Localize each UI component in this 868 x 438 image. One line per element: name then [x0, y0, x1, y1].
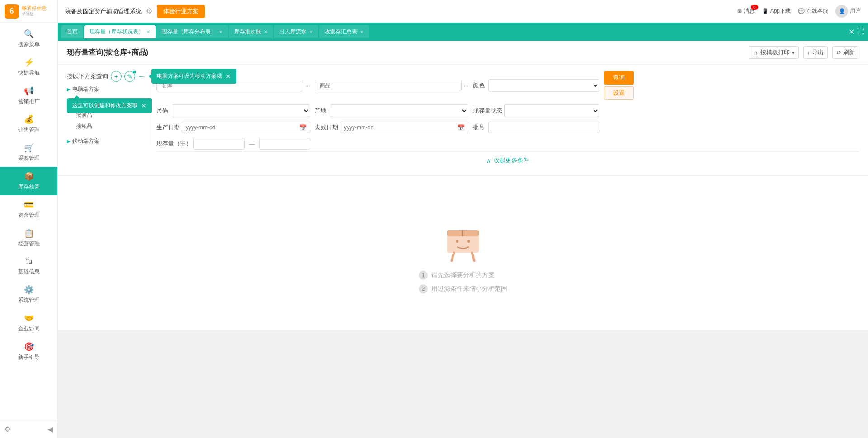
collapse-up-icon: ∧	[486, 157, 491, 164]
pc-scheme-toggle[interactable]: ▶ 电脑端方案	[67, 85, 145, 93]
page-header: 现存量查询(按仓库+商品) 🖨 按模板打印 ▾ ↑ 导出 ↺ 刷新	[58, 41, 868, 65]
filter-row-2: 尺码 产地	[156, 104, 859, 117]
warehouse-dots-icon[interactable]: ···	[305, 82, 310, 89]
goods-input[interactable]	[315, 80, 462, 91]
print-button[interactable]: 🖨 按模板打印 ▾	[749, 46, 799, 59]
export-button[interactable]: ↑ 导出	[803, 46, 828, 59]
reset-button[interactable]: 设置	[604, 86, 634, 100]
search-reset-area: 查询 设置	[604, 71, 634, 100]
sidebar-label-inventory: 库存核算	[18, 183, 40, 191]
exp-date-calendar-icon[interactable]: 📅	[458, 124, 465, 131]
tab-inventory-dist[interactable]: 现存量（库存分布表） ✕	[156, 25, 228, 38]
batch-field: 批号	[473, 122, 599, 133]
sidebar-item-enterprise[interactable]: 🤝 企业协同	[0, 309, 57, 337]
sidebar-label-system: 系统管理	[18, 297, 40, 304]
step2-text: 用过滤条件来缩小分析范围	[431, 285, 507, 293]
sidebar-item-marketing[interactable]: 📢 营销推广	[0, 81, 57, 110]
tab-inout-flow[interactable]: 出入库流水 ✕	[274, 25, 318, 38]
print-icon: 🖨	[753, 49, 759, 56]
search-button[interactable]: 查询	[604, 71, 634, 85]
sidebar-item-finance[interactable]: 💳 资金管理	[0, 195, 57, 224]
mobile-scheme-toggle[interactable]: ▶ 移动端方案	[67, 137, 145, 145]
scheme-item-jijin[interactable]: 接积品	[73, 121, 145, 132]
app-download-action[interactable]: 📱 App下载	[762, 7, 791, 15]
sidebar-item-inventory[interactable]: 📦 库存核算	[0, 167, 57, 195]
svg-line-6	[472, 253, 474, 261]
edit-icon: ✎	[127, 73, 132, 80]
tab-inventory-status[interactable]: 现存量（库存状况表） ✕	[84, 25, 156, 38]
top-header: 装备及固定资产辅助管理系统 ⚙ 体验行业方案 ✉ 6 消息 📱 App下载 💬 …	[58, 0, 868, 23]
sidebar-item-search-menu[interactable]: 🔍 搜索菜单	[0, 24, 57, 53]
online-service-action[interactable]: 💬 在线客服	[798, 7, 828, 15]
prod-date-calendar-icon[interactable]: 📅	[299, 124, 307, 131]
message-action[interactable]: ✉ 6 消息	[737, 7, 755, 15]
print-dropdown-icon: ▾	[792, 49, 795, 56]
message-icon: ✉	[737, 8, 742, 14]
gear-icon[interactable]: ⚙	[146, 7, 152, 15]
tab-inventory-status-close[interactable]: ✕	[146, 29, 150, 34]
tab-recv-send[interactable]: 收发存汇总表 ✕	[319, 25, 369, 38]
inventory-main-from[interactable]	[193, 138, 245, 150]
inventory-status-label: 现存量状态	[473, 107, 502, 115]
collapse-sidebar-button[interactable]: ◀	[47, 425, 53, 433]
tooltip1-close[interactable]: ✕	[226, 73, 231, 80]
tab-fullscreen-icon[interactable]: ⛶	[857, 28, 864, 36]
sidebar-item-system[interactable]: ⚙️ 系统管理	[0, 280, 57, 309]
prod-date-wrap: 📅	[182, 122, 310, 133]
tab-batch-ledger-close[interactable]: ✕	[264, 29, 268, 34]
refresh-icon: ↺	[836, 49, 841, 56]
tooltip2-text: 这里可以创建和修改方案哦	[72, 102, 137, 109]
tab-recv-send-label: 收发存汇总表	[325, 28, 357, 36]
tab-inout-flow-close[interactable]: ✕	[309, 29, 313, 34]
batch-input[interactable]	[488, 122, 599, 133]
tab-close-all-icon[interactable]: ✕	[849, 28, 854, 36]
inventory-main-field: 现存量（主） —	[156, 138, 310, 150]
color-select[interactable]	[488, 79, 599, 92]
sidebar-label-marketing: 营销推广	[18, 98, 40, 105]
edit-scheme-button[interactable]: ✎	[124, 71, 135, 82]
inventory-separator: —	[246, 141, 258, 147]
inventory-status-select[interactable]	[504, 104, 599, 117]
exp-date-field: 失效日期 📅	[315, 122, 468, 133]
empty-steps: 1 请先选择要分析的方案 2 用过滤条件来缩小分析范围	[419, 271, 507, 293]
sidebar-item-basic[interactable]: 🗂 基础信息	[0, 252, 57, 280]
tab-home[interactable]: 首页	[61, 25, 83, 38]
tooltip2-close[interactable]: ✕	[141, 102, 146, 109]
exp-button[interactable]: 体验行业方案	[157, 5, 205, 18]
tab-batch-ledger[interactable]: 库存批次账 ✕	[229, 25, 273, 38]
size-select[interactable]	[172, 104, 310, 117]
header-right: ✉ 6 消息 📱 App下载 💬 在线客服 👤 用户	[737, 5, 861, 18]
sidebar-item-guide[interactable]: 🎯 新手引导	[0, 337, 57, 366]
system-icon: ⚙️	[24, 285, 34, 295]
refresh-button[interactable]: ↺ 刷新	[832, 46, 859, 59]
content-area: 现存量查询(按仓库+商品) 🖨 按模板打印 ▾ ↑ 导出 ↺ 刷新	[58, 41, 868, 438]
tab-inventory-dist-close[interactable]: ✕	[219, 29, 222, 34]
sidebar-item-purchase[interactable]: 🛒 采购管理	[0, 138, 57, 167]
left-arrow-icon[interactable]: ←	[138, 72, 145, 80]
origin-select[interactable]	[330, 104, 468, 117]
sidebar-label-finance: 资金管理	[18, 212, 40, 219]
add-scheme-button[interactable]: +	[111, 71, 122, 82]
sidebar-item-operation[interactable]: 📋 经营管理	[0, 224, 57, 252]
arrow-with-tooltip: ← 电脑方案可设为移动方案哦 ✕	[138, 72, 145, 80]
sidebar-item-quick-nav[interactable]: ⚡ 快捷导航	[0, 53, 57, 81]
tab-recv-send-close[interactable]: ✕	[360, 29, 363, 34]
logo-text: 畅通好生意	[22, 5, 47, 11]
tooltip-popup-2: 这里可以创建和修改方案哦 ✕	[67, 98, 152, 113]
logo-badge: 标准版	[22, 11, 47, 17]
page-actions: 🖨 按模板打印 ▾ ↑ 导出 ↺ 刷新	[749, 46, 859, 59]
exp-date-input[interactable]	[340, 122, 468, 133]
goods-dots-icon[interactable]: ···	[463, 82, 468, 89]
print-label: 按模板打印	[760, 48, 790, 57]
collapse-filter-button[interactable]: ∧ 收起更多条件	[156, 151, 859, 169]
inventory-icon: 📦	[24, 171, 34, 181]
user-action[interactable]: 👤 用户	[835, 5, 861, 18]
sidebar-item-sales[interactable]: 💰 销售管理	[0, 110, 57, 138]
pc-toggle-arrow: ▶	[67, 87, 71, 92]
settings-button[interactable]: ⚙	[5, 425, 11, 433]
prod-date-input[interactable]	[182, 122, 310, 133]
tab-bar: 首页 现存量（库存状况表） ✕ 现存量（库存分布表） ✕ 库存批次账 ✕ 出入库…	[58, 23, 868, 41]
operation-icon: 📋	[24, 228, 34, 238]
content-inner: 现存量查询(按仓库+商品) 🖨 按模板打印 ▾ ↑ 导出 ↺ 刷新	[58, 41, 868, 330]
inventory-main-to[interactable]	[259, 138, 311, 150]
